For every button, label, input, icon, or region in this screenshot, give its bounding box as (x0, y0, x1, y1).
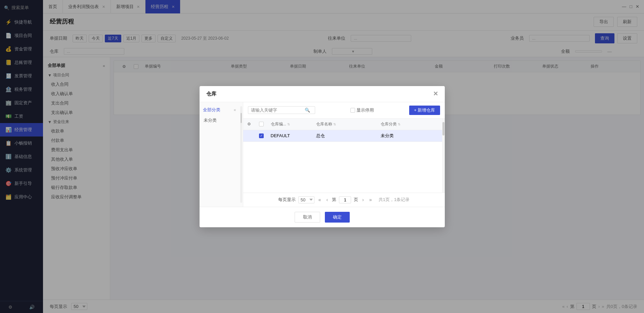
all-category-label: 全部分类 (203, 107, 220, 113)
th-name-label: 仓库名称 (316, 121, 332, 127)
modal-right-panel: 🔍 显示停用 + 新增仓库 ⚙ (243, 102, 445, 207)
modal-table-scrollthumb[interactable] (442, 122, 444, 135)
modal-pagination: 每页显示 50 100 « ‹ 第 页 › » 共1页，1条记录 (243, 193, 445, 207)
modal-table-scrolltrack[interactable] (442, 119, 445, 193)
th-category-label: 仓库分类 (381, 121, 397, 127)
warehouse-table-row[interactable]: ✓ DEFAULT 总仓 未分类 (243, 130, 442, 142)
modal-page-label: 第 (332, 197, 336, 203)
sort-icon-name[interactable]: ⇅ (333, 122, 336, 126)
modal-select-all[interactable] (259, 122, 264, 126)
modal-table-scroll: ⚙ 仓库编... ⇅ 仓库名称 ⇅ (243, 119, 445, 193)
show-disabled-label: 显示停用 (356, 107, 374, 113)
modal-overlay: 仓库 ✕ 全部分类 « 未分类 (0, 0, 644, 313)
modal-left-scroll: 全部分类 « 未分类 (200, 105, 243, 204)
modal-per-page-select[interactable]: 50 100 (298, 196, 314, 203)
td-category-1: 未分类 (377, 133, 442, 139)
modal-body: 全部分类 « 未分类 🔍 (200, 102, 445, 207)
td-name-1: 总仓 (313, 133, 378, 139)
modal-all-category[interactable]: 全部分类 « (200, 105, 240, 115)
add-warehouse-button[interactable]: + 新增仓库 (409, 106, 440, 115)
modal-left-panel: 全部分类 « 未分类 (200, 102, 243, 207)
modal-left-scrolltrack[interactable] (240, 106, 242, 203)
td-code-1: DEFAULT (267, 133, 313, 138)
td-check-1[interactable]: ✓ (255, 133, 267, 138)
th-warehouse-code: 仓库编... ⇅ (267, 121, 313, 127)
modal-title: 仓库 (206, 91, 216, 97)
modal-table-header: ⚙ 仓库编... ⇅ 仓库名称 ⇅ (243, 119, 442, 130)
show-disabled-checkbox-group: 显示停用 (350, 107, 374, 113)
modal-first-btn[interactable]: « (317, 196, 323, 203)
modal-next-btn[interactable]: › (361, 196, 365, 203)
cancel-button[interactable]: 取消 (295, 212, 320, 223)
modal-close-button[interactable]: ✕ (433, 91, 438, 97)
modal-search-box[interactable]: 🔍 (248, 106, 315, 114)
th-gear[interactable]: ⚙ (243, 122, 255, 126)
sort-icon-category[interactable]: ⇅ (398, 122, 400, 126)
row-checkbox-1[interactable]: ✓ (259, 133, 264, 138)
modal-footer: 取消 确定 (200, 207, 445, 227)
modal-uncategorized-item[interactable]: 未分类 (200, 115, 240, 126)
warehouse-modal: 仓库 ✕ 全部分类 « 未分类 (200, 86, 445, 227)
modal-left-scrollthumb[interactable] (241, 113, 242, 123)
th-warehouse-category: 仓库分类 ⇅ (377, 121, 442, 127)
modal-search-icon[interactable]: 🔍 (305, 108, 310, 113)
modal-last-btn[interactable]: » (368, 196, 373, 203)
modal-page-input[interactable] (339, 196, 351, 203)
modal-left-content: 全部分类 « 未分类 (200, 105, 240, 204)
th-check (255, 122, 267, 126)
modal-left-collapse-icon[interactable]: « (234, 108, 236, 112)
confirm-button[interactable]: 确定 (325, 212, 350, 223)
modal-per-page-label: 每页显示 (278, 197, 296, 203)
gear-icon: ⚙ (247, 122, 251, 126)
modal-search-input[interactable] (251, 108, 305, 113)
modal-total-label: 共1页，1条记录 (379, 197, 410, 203)
show-disabled-checkbox[interactable] (350, 108, 355, 113)
modal-header: 仓库 ✕ (200, 86, 445, 102)
modal-toolbar: 🔍 显示停用 + 新增仓库 (243, 102, 445, 119)
modal-prev-btn[interactable]: ‹ (325, 196, 330, 203)
modal-page-suffix: 页 (354, 197, 358, 203)
sort-icon-code[interactable]: ⇅ (287, 122, 290, 126)
th-code-label: 仓库编... (271, 121, 286, 127)
modal-table-content: ⚙ 仓库编... ⇅ 仓库名称 ⇅ (243, 119, 442, 193)
th-warehouse-name: 仓库名称 ⇅ (313, 121, 378, 127)
